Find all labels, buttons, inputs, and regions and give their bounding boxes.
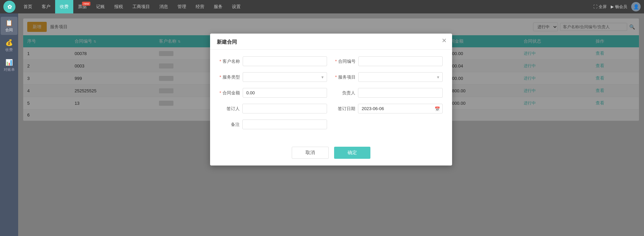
modal-close-button[interactable]: ✕	[442, 38, 447, 44]
member-button[interactable]: ▶ 畅会员	[611, 4, 627, 10]
nav-business[interactable]: 工商项目	[128, 0, 155, 13]
sidebar-item-reconcile[interactable]: 📊 对账单	[1, 56, 17, 75]
top-navigation: ✿ 首页 客户 收费 票据 new 记账 报税 工商项目 消息 管理 经营 服务…	[0, 0, 644, 13]
service-type-label: 服务类型	[219, 74, 240, 80]
confirm-button[interactable]: 确定	[334, 147, 370, 159]
form-group-person: 负责人	[335, 88, 443, 98]
form-group-customer: 客户名称	[219, 56, 327, 66]
nav-items: 首页 客户 收费 票据 new 记账 报税 工商项目 消息 管理 经营 服务 设…	[19, 0, 593, 13]
nav-services[interactable]: 服务	[209, 0, 227, 13]
signer-input[interactable]	[242, 104, 327, 113]
member-icon: ▶	[611, 4, 614, 9]
signer-label: 签订人	[219, 106, 240, 112]
sidebar-item-contract[interactable]: 📋 合同	[1, 17, 17, 35]
form-group-signer: 签订人	[219, 104, 327, 113]
date-input-wrapper: 📅	[358, 104, 443, 113]
nav-tickets[interactable]: 票据 new	[73, 0, 91, 13]
app-logo: ✿	[3, 1, 15, 13]
modal-title: 新建合同	[217, 39, 237, 45]
person-input[interactable]	[358, 88, 443, 98]
user-avatar[interactable]: 👤	[631, 2, 641, 11]
sign-date-label: 签订日期	[335, 106, 355, 112]
service-item-select-wrapper: ▼	[358, 72, 443, 82]
contract-icon: 📋	[5, 19, 13, 27]
main-layout: 📋 合同 💰 收费 📊 对账单 新增 服务项目 进行中 已完成 已终止	[0, 13, 644, 236]
avatar-icon: 👤	[633, 4, 639, 9]
service-type-select[interactable]	[243, 72, 327, 82]
modal-body: 客户名称 合同编号 服务类型	[210, 50, 452, 142]
nav-invoicing[interactable]: 收费	[55, 0, 73, 13]
remarks-input[interactable]	[242, 120, 327, 129]
fullscreen-icon: ⛶	[593, 4, 597, 9]
main-content: 新增 服务项目 进行中 已完成 已终止 全部 🔍 序号	[18, 13, 644, 236]
form-group-service-item: 服务项目 ▼	[335, 72, 443, 82]
new-contract-modal: 新建合同 ✕ 客户名称 合同编号	[210, 34, 452, 166]
nav-home[interactable]: 首页	[19, 0, 37, 13]
fullscreen-button[interactable]: ⛶ 全屏	[593, 4, 607, 10]
form-row-3: 合同金额 负责人	[219, 88, 443, 98]
contract-no-input[interactable]	[358, 56, 443, 66]
contract-no-label: 合同编号	[335, 58, 356, 64]
form-row-2: 服务类型 ▼ 服务项目 ▼	[219, 72, 443, 82]
form-row-1: 客户名称 合同编号	[219, 56, 443, 66]
person-label: 负责人	[335, 90, 355, 96]
customer-name-label: 客户名称	[219, 58, 240, 64]
nav-right: ⛶ 全屏 ▶ 畅会员 👤	[593, 2, 641, 11]
nav-accounting[interactable]: 记账	[91, 0, 110, 13]
modal-footer: 取消 确定	[210, 142, 452, 166]
amount-label: 合同金额	[219, 90, 240, 96]
nav-tax[interactable]: 报税	[110, 0, 128, 13]
amount-input[interactable]	[243, 88, 327, 98]
sign-date-input[interactable]	[358, 104, 443, 113]
service-item-label: 服务项目	[335, 74, 356, 80]
service-type-select-wrapper: ▼	[243, 72, 327, 82]
form-row-5: 备注	[219, 120, 443, 129]
reconcile-icon: 📊	[5, 59, 13, 66]
nav-settings[interactable]: 设置	[227, 0, 245, 13]
sidebar-label-reconcile: 对账单	[4, 67, 15, 72]
cancel-button[interactable]: 取消	[292, 147, 329, 159]
nav-messages[interactable]: 消息	[155, 0, 173, 13]
remarks-label: 备注	[219, 122, 240, 128]
nav-customer[interactable]: 客户	[37, 0, 55, 13]
form-row-4: 签订人 签订日期 📅	[219, 104, 443, 113]
nav-management[interactable]: 管理	[173, 0, 191, 13]
modal-header: 新建合同 ✕	[210, 34, 452, 50]
sidebar-label-contract: 合同	[5, 28, 13, 33]
new-badge: new	[82, 2, 90, 6]
form-group-sign-date: 签订日期 📅	[335, 104, 443, 113]
form-group-remarks: 备注	[219, 120, 327, 129]
sidebar: 📋 合同 💰 收费 📊 对账单	[0, 13, 18, 236]
customer-name-input[interactable]	[243, 56, 327, 66]
form-group-contract-no: 合同编号	[335, 56, 443, 66]
nav-operations[interactable]: 经营	[191, 0, 209, 13]
form-group-amount: 合同金额	[219, 88, 327, 98]
sidebar-item-billing[interactable]: 💰 收费	[1, 37, 17, 55]
modal-overlay: 新建合同 ✕ 客户名称 合同编号	[18, 13, 644, 236]
service-item-select[interactable]	[358, 72, 443, 82]
sidebar-label-billing: 收费	[5, 47, 13, 52]
logo-icon: ✿	[7, 4, 12, 10]
billing-icon: 💰	[5, 39, 13, 46]
form-group-service-type: 服务类型 ▼	[219, 72, 327, 82]
